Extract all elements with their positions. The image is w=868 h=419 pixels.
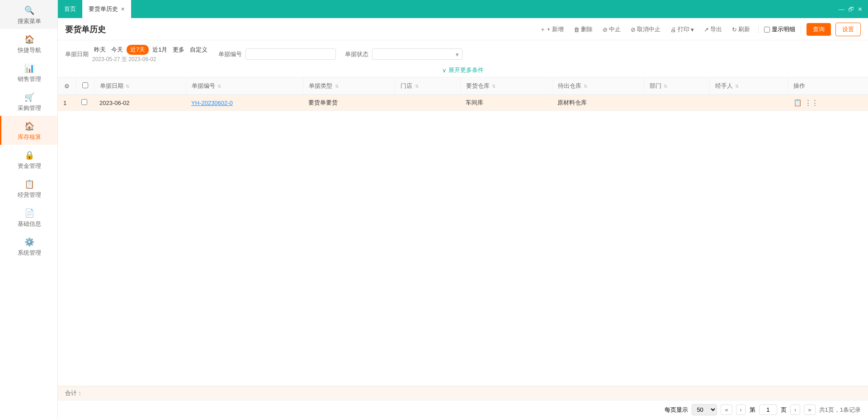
sort-store-icon[interactable]: ⇅ (415, 84, 419, 89)
window-restore-button[interactable]: 🗗 (848, 6, 854, 13)
th-department: 部门 ⇅ (644, 77, 709, 95)
sidebar-item-label: 系统管理 (18, 249, 41, 257)
refresh-button[interactable]: ↻ 刷新 (729, 24, 753, 35)
expand-more-label: 展开更多条件 (448, 66, 484, 74)
page-header: 要货单历史 ＋ + 新增 🗑 删除 ⊘ 中止 ⊘ 取消中止 (58, 18, 868, 40)
th-pending-warehouse: 待出仓库 ⇅ (552, 77, 644, 95)
sidebar-item-inventory[interactable]: 🏠 库存核算 (0, 116, 57, 145)
display-detail-label: 显示明细 (772, 25, 795, 33)
cell-pending-warehouse: 原材料仓库 (552, 95, 644, 111)
sidebar-item-finance[interactable]: 🔒 资金管理 (0, 145, 57, 174)
docno-input[interactable] (245, 48, 336, 60)
sort-req-warehouse-icon[interactable]: ⇅ (492, 84, 495, 89)
settings-button[interactable]: 设置 (835, 23, 861, 36)
th-settings[interactable]: ⚙ (58, 77, 76, 95)
tab-requisition-history[interactable]: 要货单历史 ✕ (82, 0, 131, 18)
delete-button[interactable]: 🗑 删除 (571, 24, 595, 35)
print-button[interactable]: 🖨 打印 ▾ (668, 24, 697, 35)
shortcut-1month[interactable]: 近1月 (151, 45, 169, 55)
cell-department (644, 95, 709, 111)
tab-home-label: 首页 (64, 5, 76, 13)
cell-action: 📋 ⋮⋮ (788, 95, 868, 111)
page-content: 要货单历史 ＋ + 新增 🗑 删除 ⊘ 中止 ⊘ 取消中止 (58, 18, 868, 419)
window-close-button[interactable]: ✕ (858, 6, 863, 13)
sidebar-item-basic[interactable]: 📄 基础信息 (0, 203, 57, 232)
shortcut-7days[interactable]: 近7天 (127, 45, 149, 55)
sidebar-item-search[interactable]: 🔍 搜索菜单 (0, 0, 57, 29)
tab-home[interactable]: 首页 (58, 0, 82, 18)
cell-doctype: 要货单要货 (303, 95, 395, 111)
shortcut-today[interactable]: 今天 (109, 45, 125, 55)
shortcut-custom[interactable]: 自定义 (188, 45, 209, 55)
cell-docno[interactable]: YH-20230602-0 (186, 95, 303, 111)
date-shortcuts: 昨天 今天 近7天 近1月 更多 自定义 2023-05-27 至 2023-0… (92, 45, 209, 63)
shortcut-yesterday[interactable]: 昨天 (92, 45, 108, 55)
sidebar-item-sales[interactable]: 📊 销售管理 (0, 58, 57, 87)
cancel-stop-button[interactable]: ⊘ 取消中止 (628, 24, 663, 35)
expand-more-button[interactable]: ∨ 展开更多条件 (65, 66, 861, 74)
page-input[interactable] (759, 405, 777, 415)
table-row[interactable]: 1 2023-06-02 YH-20230602-0 要货单要货 车间库 原材料… (58, 95, 868, 111)
sort-handler-icon[interactable]: ⇅ (735, 84, 739, 89)
settings-col-icon[interactable]: ⚙ (64, 83, 70, 90)
pagination-bar: 每页显示 50 10 20 100 « ‹ 第 页 › » 共1页，1条记录 (58, 400, 868, 419)
sidebar-item-label: 搜索菜单 (18, 17, 41, 25)
action-view-icon[interactable]: 📋 (793, 99, 802, 107)
export-icon: ↗ (704, 26, 709, 33)
query-button[interactable]: 查询 (807, 23, 831, 36)
select-all-checkbox[interactable] (82, 82, 88, 88)
top-bar: 首页 要货单历史 ✕ — 🗗 ✕ (58, 0, 868, 18)
filter-row: 单据日期 昨天 今天 近7天 近1月 更多 自定义 2023-05-27 至 2… (65, 45, 861, 63)
sort-date-icon[interactable]: ⇅ (126, 84, 129, 89)
per-page-label: 每页显示 (665, 406, 688, 414)
row-checkbox[interactable] (81, 99, 87, 105)
toolbar-divider (758, 25, 759, 33)
cancel-stop-icon: ⊘ (631, 26, 636, 33)
display-detail-toggle[interactable]: 显示明细 (764, 25, 795, 33)
clipboard-icon: 📋 (24, 179, 34, 189)
lock-icon: 🔒 (24, 150, 34, 160)
first-page-button[interactable]: « (721, 405, 732, 415)
sort-pending-warehouse-icon[interactable]: ⇅ (584, 84, 587, 89)
next-page-button[interactable]: › (790, 405, 800, 415)
per-page-select[interactable]: 50 10 20 100 (692, 404, 717, 415)
action-more-icon[interactable]: ⋮⋮ (805, 99, 818, 107)
gear-icon: ⚙️ (24, 237, 34, 247)
th-checkbox[interactable] (76, 77, 94, 95)
page-title: 要货单历史 (65, 24, 106, 35)
stop-label: 中止 (609, 25, 621, 33)
th-handler: 经手人 ⇅ (709, 77, 788, 95)
cell-checkbox[interactable] (76, 95, 94, 111)
print-dropdown-icon[interactable]: ▾ (691, 26, 694, 33)
export-button[interactable]: ↗ 导出 (701, 24, 725, 35)
top-bar-right: — 🗗 ✕ (839, 6, 868, 13)
sidebar-item-purchase[interactable]: 🛒 采购管理 (0, 87, 57, 116)
sort-docno-icon[interactable]: ⇅ (217, 84, 221, 89)
toolbar: ＋ + 新增 🗑 删除 ⊘ 中止 ⊘ 取消中止 🖨 打印 (537, 23, 861, 36)
last-page-button[interactable]: » (804, 405, 815, 415)
print-icon: 🖨 (670, 26, 676, 33)
status-select[interactable] (372, 48, 462, 60)
display-detail-checkbox[interactable] (764, 27, 770, 33)
query-label: 查询 (813, 25, 825, 33)
new-label: + 新增 (547, 25, 564, 33)
docno-link[interactable]: YH-20230602-0 (191, 100, 233, 106)
sidebar-item-operation[interactable]: 📋 经营管理 (0, 174, 57, 203)
sort-doctype-icon[interactable]: ⇅ (335, 84, 339, 89)
sidebar-item-label: 资金管理 (18, 162, 41, 170)
sidebar-item-system[interactable]: ⚙️ 系统管理 (0, 232, 57, 261)
tab-close-icon[interactable]: ✕ (121, 6, 125, 12)
stop-button[interactable]: ⊘ 中止 (600, 24, 623, 35)
prev-page-button[interactable]: ‹ (736, 405, 746, 415)
sidebar-item-shortcut[interactable]: 🏠 快捷导航 (0, 29, 57, 58)
window-minimize-button[interactable]: — (839, 6, 844, 13)
delete-label: 删除 (581, 25, 593, 33)
search-icon: 🔍 (24, 5, 34, 15)
sort-department-icon[interactable]: ⇅ (664, 84, 667, 89)
shortcut-more[interactable]: 更多 (171, 45, 186, 55)
new-button[interactable]: ＋ + 新增 (537, 24, 566, 35)
plus-icon: ＋ (540, 25, 546, 33)
print-label: 打印 (678, 25, 689, 33)
sidebar-item-label: 快捷导航 (18, 46, 41, 54)
document-icon: 📄 (24, 208, 34, 218)
